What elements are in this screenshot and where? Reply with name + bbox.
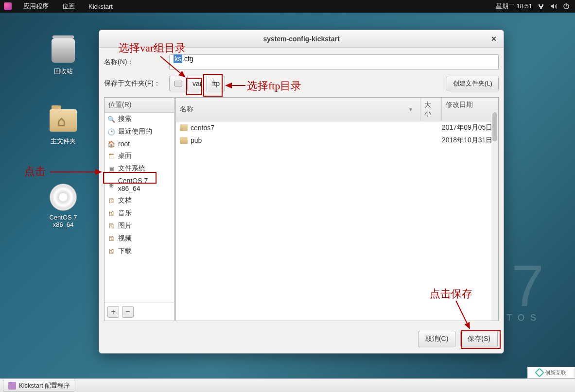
create-folder-button[interactable]: 创建文件夹(L) [447,76,499,91]
folder-icon: 🖻 [107,197,115,205]
cancel-button[interactable]: 取消(C) [418,331,455,347]
taskbar-item-kickstart[interactable]: Kickstart 配置程序 [3,380,75,392]
menu-places[interactable]: 位置 [58,0,79,12]
centos-logo: 7 [511,252,546,319]
taskbar-item-label: Kickstart 配置程序 [19,381,70,390]
desktop-icon: 🗔 [107,152,115,160]
drive-icon: ▣ [107,165,115,172]
place-search-label: 搜索 [118,115,132,123]
top-panel: 应用程序 位置 Kickstart 星期二 18:51 [0,0,575,13]
desktop-icon-disc[interactable]: CentOS 7 x86_64 [39,184,87,228]
folder-label: 保存于文件夹(F)： [104,79,165,88]
place-pictures[interactable]: 🖻图片 [105,220,174,232]
annotation-click: 点击 [24,164,46,179]
place-filesystem-label: 文件系统 [118,164,145,173]
disc-label: CentOS 7 x86_64 [39,214,87,228]
clock-icon: 🕑 [107,128,115,136]
annotation-var: 选择var组目录 [119,41,186,55]
add-bookmark-button[interactable]: + [107,306,119,318]
sort-indicator-icon: ▼ [408,107,413,112]
place-pictures-label: 图片 [118,222,132,230]
app-icon [8,382,16,390]
desktop-icon-home[interactable]: 主文件夹 [39,107,87,146]
place-root-label: root [118,140,130,148]
gnome-foot-icon [4,2,12,10]
annotation-save: 点击保存 [430,287,472,301]
watermark: 创新互联 [527,367,575,378]
file-date: 2017年09月05日 [442,123,498,132]
path-ftp-button[interactable]: ftp [207,76,225,91]
col-name-label: 名称 [180,105,193,114]
volume-icon[interactable] [550,2,558,10]
place-filesystem[interactable]: ▣文件系统 [105,162,174,175]
home-icon: 🏠 [107,140,115,148]
folder-icon: 🖻 [107,235,115,242]
path-root-button[interactable] [169,76,188,91]
file-date: 2018年10月31日 [442,136,498,145]
home-folder-icon [50,109,77,132]
place-root[interactable]: 🏠root [105,138,174,150]
desktop-icon-trash[interactable]: 回收站 [39,37,87,76]
file-name: centos7 [191,124,214,132]
watermark-text: 创新互联 [545,369,566,376]
place-videos[interactable]: 🖻视频 [105,232,174,245]
name-label: 名称(N)： [104,58,165,67]
place-centos[interactable]: ◉CentOS 7 x86_64 [105,175,174,194]
place-music[interactable]: 🖻音乐 [105,207,174,220]
place-recent-label: 最近使用的 [118,127,152,136]
place-documents[interactable]: 🖻文档 [105,194,174,207]
close-button[interactable]: × [489,34,499,44]
filename-selection: ks [174,54,182,63]
home-label: 主文件夹 [39,137,87,146]
menu-kickstart[interactable]: Kickstart [85,1,117,12]
network-icon[interactable] [537,2,545,10]
file-name: pub [191,136,202,144]
path-var-button[interactable]: var [188,76,207,91]
filename-input[interactable]: ks.cfg [169,54,499,70]
menu-applications[interactable]: 应用程序 [19,0,52,12]
scrollbar-thumb[interactable] [492,112,497,141]
col-size[interactable]: 大小 [420,98,442,121]
filename-rest: .cfg [182,55,193,63]
folder-icon [180,137,188,144]
folder-icon: 🖻 [107,247,115,255]
place-desktop-label: 桌面 [118,152,132,160]
folder-icon [180,124,188,131]
disc-icon [50,184,77,211]
trash-icon [52,38,75,63]
window-title: system-config-kickstart [263,35,339,43]
watermark-icon [535,368,544,377]
path-bar: var ftp [169,76,225,91]
scrollbar[interactable] [491,112,498,321]
place-desktop[interactable]: 🗔桌面 [105,150,174,162]
place-centos-label: CentOS 7 x86_64 [118,177,171,192]
folder-icon: 🖻 [107,222,115,230]
cd-icon: ◉ [107,181,115,188]
folder-icon: 🖻 [107,209,115,217]
place-documents-label: 文档 [118,196,132,205]
place-search[interactable]: 🔍搜索 [105,113,174,125]
disk-icon [174,81,182,86]
file-row[interactable]: centos7 2017年09月05日 [176,121,498,134]
file-row[interactable]: pub 2018年10月31日 [176,134,498,147]
annotation-ftp: 选择ftp目录 [247,79,301,93]
places-header[interactable]: 位置(R) [105,98,174,113]
place-recent[interactable]: 🕑最近使用的 [105,125,174,138]
place-music-label: 音乐 [118,209,132,218]
col-date[interactable]: 修改日期 [442,98,498,121]
trash-label: 回收站 [39,67,87,76]
place-downloads-label: 下载 [118,247,132,256]
place-downloads[interactable]: 🖻下载 [105,245,174,257]
place-videos-label: 视频 [118,234,132,243]
places-panel: 位置(R) 🔍搜索 🕑最近使用的 🏠root 🗔桌面 ▣文件系统 ◉CentOS… [104,97,174,321]
clock-label[interactable]: 星期二 18:51 [496,2,532,11]
search-icon: 🔍 [107,115,115,123]
save-button[interactable]: 保存(S) [460,331,498,347]
remove-bookmark-button[interactable]: − [122,306,134,318]
taskbar: Kickstart 配置程序 [0,378,575,392]
annotation-arrow-click [48,167,106,177]
col-name[interactable]: 名称▼ [176,98,420,121]
power-icon[interactable] [562,2,570,10]
